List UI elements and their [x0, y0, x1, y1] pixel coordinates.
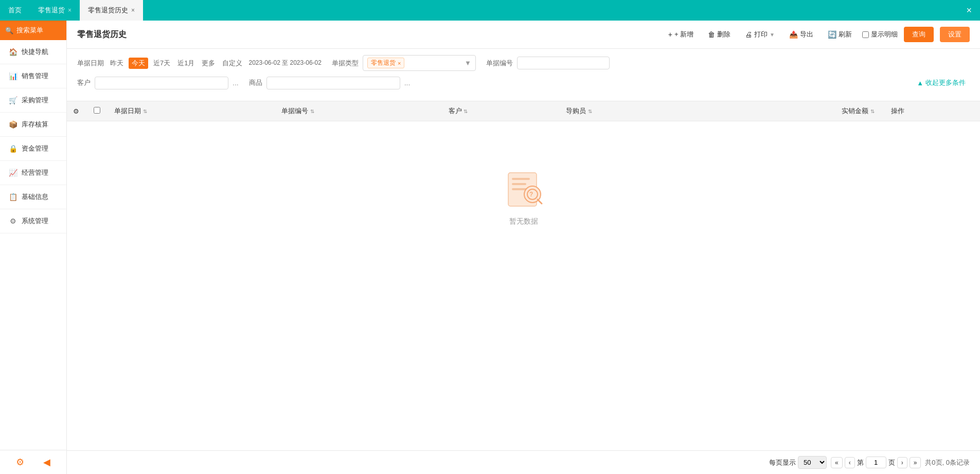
plus-icon: + [668, 30, 672, 39]
number-sort-icon: ⇅ [310, 108, 314, 114]
svg-text:?: ? [529, 191, 533, 198]
tab-retail-return-history[interactable]: 零售退货历史 × [80, 0, 143, 21]
sidebar-item-purchase[interactable]: 🛒 采购管理 [0, 88, 66, 113]
date-range-display: 2023-06-02 至 2023-06-02 [248, 59, 321, 67]
sidebar-item-system[interactable]: ⚙ 系统管理 [0, 209, 66, 233]
sidebar-item-inventory[interactable]: 📦 库存核算 [0, 113, 66, 137]
goods-input[interactable] [266, 77, 400, 89]
th-customer[interactable]: 客户 ⇅ [442, 101, 560, 121]
last-page-button[interactable]: » [910, 457, 921, 468]
inventory-icon: 📦 [8, 120, 17, 129]
th-settings: ⚙ [67, 101, 87, 121]
date-opt-more[interactable]: 更多 [200, 58, 217, 69]
sidebar-menu: 🏠 快捷导航 📊 销售管理 🛒 采购管理 📦 库存核算 🔒 资金管理 📈 [0, 40, 66, 450]
sidebar-search[interactable]: 🔍 搜索菜单 [0, 21, 66, 40]
pagination-bar: 每页显示 10 20 50 100 « ‹ 第 页 › » 共0页, 0条记录 [67, 450, 980, 474]
sidebar-bottom: ⚙ ◀ [0, 450, 66, 474]
quicknav-icon: 🏠 [8, 47, 17, 57]
date-opt-7days[interactable]: 近7天 [151, 58, 172, 69]
svg-rect-2 [512, 183, 526, 185]
date-options: 昨天 今天 近7天 近1月 更多 自定义 [108, 58, 244, 69]
operations-icon: 📈 [8, 168, 17, 177]
tab-retail-return[interactable]: 零售退货 × [30, 0, 80, 21]
sidebar-item-quicknav[interactable]: 🏠 快捷导航 [0, 40, 66, 64]
export-button[interactable]: 📤 导出 [785, 28, 817, 41]
type-select[interactable]: 零售退货 × ▼ [363, 55, 476, 71]
th-number[interactable]: 单据编号 ⇅ [275, 101, 442, 121]
customer-sort-icon: ⇅ [464, 108, 468, 114]
date-filter: 单据日期 昨天 今天 近7天 近1月 更多 自定义 2023-06-02 至 2… [77, 58, 322, 69]
sidebar-item-operations[interactable]: 📈 经营管理 [0, 161, 66, 185]
type-label: 单据类型 [332, 59, 359, 68]
filter-row-1: 单据日期 昨天 今天 近7天 近1月 更多 自定义 2023-06-02 至 2… [77, 55, 970, 71]
th-guide[interactable]: 导购员 ⇅ [560, 101, 702, 121]
show-detail-checkbox-group: 显示明细 [862, 30, 898, 39]
filter-row-2: 客户 ... 商品 ... ▲ 收起更多条件 [77, 76, 970, 89]
customer-label: 客户 [77, 78, 91, 87]
customer-input[interactable] [95, 77, 228, 89]
query-button[interactable]: 查询 [904, 27, 934, 42]
delete-icon: 🗑 [708, 30, 715, 39]
empty-state: ? 暂无数据 [67, 121, 980, 267]
page-title: 零售退货历史 [77, 29, 127, 40]
refresh-icon: 🔄 [828, 30, 836, 39]
type-tag-close[interactable]: × [398, 60, 401, 66]
collapse-icon: ▲ [917, 79, 923, 87]
svg-line-6 [538, 199, 542, 204]
filter-area: 单据日期 昨天 今天 近7天 近1月 更多 自定义 2023-06-02 至 2… [67, 49, 980, 101]
window-close-button[interactable]: × [958, 5, 980, 16]
table-container: ⚙ 单据日期 ⇅ 单据编号 ⇅ [67, 101, 980, 450]
sidebar-collapse-icon[interactable]: ◀ [43, 457, 50, 468]
select-all-checkbox[interactable] [94, 107, 100, 114]
main-layout: 🔍 搜索菜单 🏠 快捷导航 📊 销售管理 🛒 采购管理 📦 库存核算 🔒 [0, 21, 980, 474]
goods-ellipsis[interactable]: ... [404, 79, 411, 87]
sidebar-item-sales[interactable]: 📊 销售管理 [0, 64, 66, 88]
th-date[interactable]: 单据日期 ⇅ [108, 101, 275, 121]
number-input[interactable] [517, 57, 610, 69]
show-detail-checkbox[interactable] [862, 31, 869, 38]
purchase-icon: 🛒 [8, 96, 17, 105]
delete-button[interactable]: 🗑 删除 [704, 28, 735, 41]
page-summary: 共0页, 0条记录 [925, 458, 970, 467]
per-page-dropdown[interactable]: 10 20 50 100 [798, 456, 827, 469]
sidebar-item-basic-info[interactable]: 📋 基础信息 [0, 185, 66, 209]
first-page-button[interactable]: « [831, 457, 843, 468]
guide-sort-icon: ⇅ [588, 108, 592, 114]
new-button[interactable]: + + 新增 [664, 28, 698, 41]
data-table: ⚙ 单据日期 ⇅ 单据编号 ⇅ [67, 101, 980, 267]
next-page-button[interactable]: › [897, 457, 907, 468]
type-filter: 单据类型 零售退货 × ▼ [332, 55, 476, 71]
collapse-button[interactable]: ▲ 收起更多条件 [913, 76, 970, 89]
tab-close-retail-return[interactable]: × [68, 7, 72, 14]
tab-home[interactable]: 首页 [0, 0, 30, 21]
goods-label: 商品 [249, 78, 262, 87]
top-bar: 首页 零售退货 × 零售退货历史 × × [0, 0, 980, 21]
sidebar-settings-icon[interactable]: ⚙ [16, 457, 24, 468]
page-number-input[interactable] [866, 457, 886, 468]
tab-close-history[interactable]: × [131, 7, 135, 14]
date-opt-today[interactable]: 今天 [129, 58, 148, 69]
refresh-button[interactable]: 🔄 刷新 [824, 28, 856, 41]
type-select-arrow: ▼ [465, 59, 471, 67]
sidebar-item-finance[interactable]: 🔒 资金管理 [0, 137, 66, 161]
th-action: 操作 [885, 101, 980, 121]
date-opt-yesterday[interactable]: 昨天 [108, 58, 126, 69]
basic-info-icon: 📋 [8, 192, 17, 202]
date-sort-icon: ⇅ [143, 108, 147, 114]
content-area: 零售退货历史 + + 新增 🗑 删除 🖨 打印 ▼ 📤 导出 [67, 21, 980, 474]
prev-page-button[interactable]: ‹ [845, 457, 855, 468]
th-checkbox [87, 101, 108, 121]
th-amount[interactable]: 实销金额 ⇅ [702, 101, 885, 121]
page-nav: « ‹ 第 页 › » [831, 457, 921, 468]
sales-icon: 📊 [8, 71, 17, 81]
date-opt-custom[interactable]: 自定义 [220, 58, 244, 69]
date-opt-1month[interactable]: 近1月 [175, 58, 197, 69]
settings-icon[interactable]: ⚙ [73, 107, 79, 115]
print-button[interactable]: 🖨 打印 ▼ [741, 28, 779, 41]
export-icon: 📤 [789, 30, 798, 39]
goods-filter: 商品 ... [249, 77, 411, 89]
per-page-select: 每页显示 10 20 50 100 [769, 456, 827, 469]
settings-button[interactable]: 设置 [940, 27, 970, 42]
type-tag: 零售退货 × [367, 58, 404, 68]
customer-ellipsis[interactable]: ... [233, 79, 239, 87]
